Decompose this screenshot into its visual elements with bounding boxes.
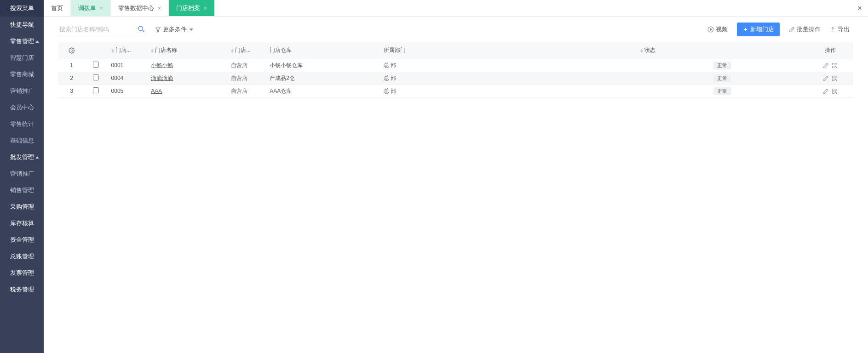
sidebar-item-inventory[interactable]: 库存核算 — [0, 215, 44, 232]
qr-icon[interactable] — [832, 88, 838, 94]
search-wrap — [58, 23, 146, 36]
th-type[interactable]: 门店... — [227, 42, 266, 59]
status-badge: 正常 — [713, 74, 731, 82]
tab-transfer-order[interactable]: 调拨单 × — [71, 0, 111, 16]
sidebar-quick-nav[interactable]: 快捷导航 — [0, 17, 44, 33]
tab-store-archive[interactable]: 门店档案 × — [169, 0, 215, 16]
edit-icon — [789, 27, 795, 33]
svg-rect-17 — [835, 89, 837, 91]
svg-rect-16 — [833, 89, 834, 91]
edit-icon[interactable] — [823, 75, 829, 81]
sidebar-item-member[interactable]: 会员中心 — [0, 99, 44, 116]
add-store-button[interactable]: ＋ 新增门店 — [737, 23, 780, 36]
close-all-tabs-button[interactable]: × — [851, 0, 868, 16]
cell-name: 小畅小畅 — [147, 59, 227, 72]
svg-rect-10 — [836, 67, 837, 68]
close-icon[interactable]: × — [204, 5, 207, 11]
sidebar-item-tax[interactable]: 税务管理 — [0, 281, 44, 298]
batch-ops-link[interactable]: 批量操作 — [789, 25, 821, 34]
sort-icon — [231, 49, 234, 53]
row-checkbox[interactable] — [93, 62, 99, 68]
cell-index: 1 — [58, 59, 85, 72]
sidebar-item-basic-info[interactable]: 基础信息 — [0, 132, 44, 149]
video-link[interactable]: 视频 — [707, 25, 728, 34]
edit-icon[interactable] — [823, 63, 829, 68]
svg-rect-20 — [836, 93, 837, 94]
svg-rect-18 — [833, 92, 834, 94]
svg-rect-7 — [835, 63, 837, 65]
sidebar-item-sales-mgmt[interactable]: 销售管理 — [0, 182, 44, 199]
cell-name: 滴滴滴滴 — [147, 72, 227, 85]
more-filters-link[interactable]: 更多条件 — [155, 25, 193, 34]
th-department[interactable]: 所属部门 — [380, 42, 637, 59]
sidebar-item-wholesale-marketing[interactable]: 营销推广 — [0, 165, 44, 182]
sidebar-item-marketing[interactable]: 营销推广 — [0, 83, 44, 99]
qr-icon[interactable] — [832, 63, 838, 68]
more-filters-label: 更多条件 — [163, 25, 187, 34]
cell-warehouse: AAA仓库 — [266, 85, 380, 97]
qr-icon[interactable] — [832, 75, 838, 81]
sidebar-search-menu[interactable]: 搜索菜单 — [0, 0, 44, 17]
cell-checkbox — [85, 72, 108, 85]
cell-name: AAA — [147, 85, 227, 97]
search-icon[interactable] — [138, 25, 145, 33]
sidebar-item-retail-stats[interactable]: 零售统计 — [0, 116, 44, 132]
export-icon — [830, 27, 836, 33]
cell-type: 自营店 — [227, 59, 266, 72]
close-icon[interactable]: × — [158, 5, 161, 11]
th-checkbox — [85, 42, 108, 59]
play-circle-icon — [707, 26, 714, 33]
close-icon[interactable]: × — [100, 5, 103, 11]
tab-home[interactable]: 首页 — [44, 0, 71, 16]
th-settings[interactable] — [58, 42, 85, 59]
tab-retail-data-center[interactable]: 零售数据中心 × — [111, 0, 169, 16]
cell-ops — [808, 85, 853, 97]
cell-status: 正常 — [637, 85, 808, 97]
cell-warehouse: 小畅小畅仓库 — [266, 59, 380, 72]
edit-icon[interactable] — [823, 88, 829, 94]
svg-rect-13 — [833, 79, 834, 81]
cell-type: 自营店 — [227, 72, 266, 85]
sidebar-group-retail[interactable]: 零售管理 — [0, 33, 44, 50]
sidebar-group-wholesale[interactable]: 批发管理 — [0, 149, 44, 165]
svg-marker-4 — [710, 28, 712, 31]
search-input[interactable] — [58, 23, 146, 36]
th-status[interactable]: 状态 — [637, 42, 808, 59]
th-warehouse[interactable]: 门店仓库 — [266, 42, 380, 59]
row-checkbox[interactable] — [93, 87, 99, 93]
export-label: 导出 — [838, 25, 850, 34]
svg-line-1 — [142, 30, 144, 32]
sidebar-item-retail-mall[interactable]: 零售商城 — [0, 66, 44, 83]
chevron-up-icon — [35, 40, 39, 43]
th-name[interactable]: 门店名称 — [147, 42, 227, 59]
sidebar-item-purchase[interactable]: 采购管理 — [0, 199, 44, 215]
sidebar-item-ledger[interactable]: 总账管理 — [0, 248, 44, 265]
cell-status: 正常 — [637, 59, 808, 72]
th-code[interactable]: 门店... — [108, 42, 148, 59]
table-row: 20004滴滴滴滴自营店产成品2仓总 部正常 — [58, 72, 853, 85]
tab-label: 首页 — [51, 4, 63, 12]
svg-marker-2 — [156, 28, 161, 32]
cell-status: 正常 — [637, 72, 808, 85]
cell-department: 总 部 — [380, 85, 637, 97]
export-link[interactable]: 导出 — [830, 25, 850, 34]
sidebar: 搜索菜单 快捷导航 零售管理 智慧门店 零售商城 营销推广 会员中心 零售统计 … — [0, 0, 44, 353]
table-row: 10001小畅小畅自营店小畅小畅仓库总 部正常 — [58, 59, 853, 72]
cell-department: 总 部 — [380, 72, 637, 85]
row-checkbox[interactable] — [93, 74, 99, 80]
svg-rect-12 — [835, 76, 837, 78]
sidebar-group-retail-label: 零售管理 — [10, 37, 34, 46]
cell-index: 3 — [58, 85, 85, 97]
sidebar-item-invoice[interactable]: 发票管理 — [0, 265, 44, 281]
status-badge: 正常 — [713, 62, 731, 69]
sidebar-item-smart-store[interactable]: 智慧门店 — [0, 50, 44, 66]
store-name-link[interactable]: AAA — [151, 88, 162, 94]
store-name-link[interactable]: 小畅小畅 — [151, 62, 173, 68]
filter-icon — [155, 27, 161, 33]
sidebar-item-funds[interactable]: 资金管理 — [0, 232, 44, 248]
svg-point-5 — [71, 50, 73, 51]
store-name-link[interactable]: 滴滴滴滴 — [151, 75, 173, 81]
chevron-down-icon — [190, 28, 193, 31]
sidebar-group-wholesale-label: 批发管理 — [10, 153, 34, 161]
batch-ops-label: 批量操作 — [797, 25, 821, 34]
